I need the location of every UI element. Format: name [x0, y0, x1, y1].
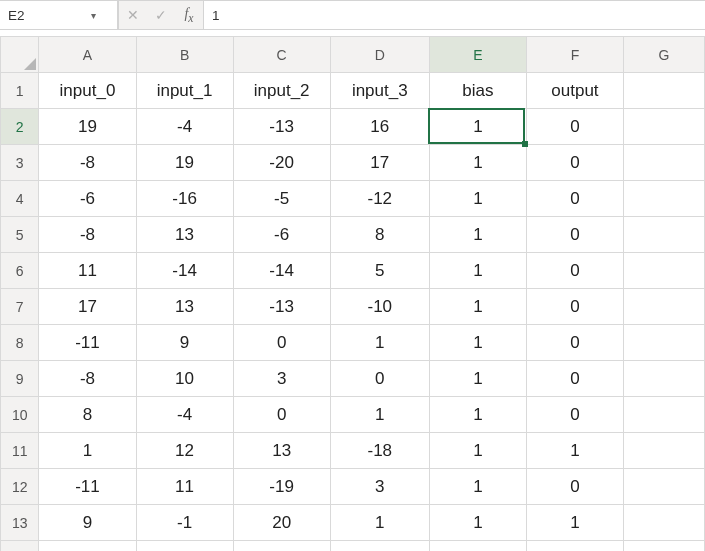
cell-A9[interactable]: -8 — [39, 361, 136, 397]
cell-C2[interactable]: -13 — [233, 109, 330, 145]
cell-B13[interactable]: -1 — [136, 505, 233, 541]
cell-G10[interactable] — [624, 397, 705, 433]
cell-A11[interactable]: 1 — [39, 433, 136, 469]
cell-G2[interactable] — [624, 109, 705, 145]
row-header-4[interactable]: 4 — [1, 181, 39, 217]
cell-D12[interactable]: 3 — [330, 469, 429, 505]
col-header-A[interactable]: A — [39, 37, 136, 73]
cell-G8[interactable] — [624, 325, 705, 361]
col-header-F[interactable]: F — [526, 37, 623, 73]
cell-B8[interactable]: 9 — [136, 325, 233, 361]
cell-B10[interactable]: -4 — [136, 397, 233, 433]
cell-G7[interactable] — [624, 289, 705, 325]
col-header-D[interactable]: D — [330, 37, 429, 73]
cell-C13[interactable]: 20 — [233, 505, 330, 541]
cell-E8[interactable]: 1 — [429, 325, 526, 361]
cell-D4[interactable]: -12 — [330, 181, 429, 217]
cell-E3[interactable]: 1 — [429, 145, 526, 181]
row-header-12[interactable]: 12 — [1, 469, 39, 505]
row-header-10[interactable]: 10 — [1, 397, 39, 433]
row-header-5[interactable]: 5 — [1, 217, 39, 253]
cell-G13[interactable] — [624, 505, 705, 541]
cell-A5[interactable]: -8 — [39, 217, 136, 253]
select-all-corner[interactable] — [1, 37, 39, 73]
cell-F6[interactable]: 0 — [526, 253, 623, 289]
cell-D2[interactable]: 16 — [330, 109, 429, 145]
cell-G14[interactable] — [624, 541, 705, 552]
col-header-G[interactable]: G — [624, 37, 705, 73]
col-header-E[interactable]: E — [429, 37, 526, 73]
enter-button[interactable]: ✓ — [147, 1, 175, 29]
cell-D8[interactable]: 1 — [330, 325, 429, 361]
formula-input[interactable] — [204, 1, 705, 29]
cell-F3[interactable]: 0 — [526, 145, 623, 181]
cell-F12[interactable]: 0 — [526, 469, 623, 505]
cell-F4[interactable]: 0 — [526, 181, 623, 217]
cell-E2[interactable]: 1 — [429, 109, 526, 145]
cell-A12[interactable]: -11 — [39, 469, 136, 505]
cell-B9[interactable]: 10 — [136, 361, 233, 397]
cell-G6[interactable] — [624, 253, 705, 289]
cell-B3[interactable]: 19 — [136, 145, 233, 181]
cell-C3[interactable]: -20 — [233, 145, 330, 181]
cell-F9[interactable]: 0 — [526, 361, 623, 397]
cell-C12[interactable]: -19 — [233, 469, 330, 505]
cell-F8[interactable]: 0 — [526, 325, 623, 361]
cell-B5[interactable]: 13 — [136, 217, 233, 253]
cell-E6[interactable]: 1 — [429, 253, 526, 289]
cell-B4[interactable]: -16 — [136, 181, 233, 217]
cell-D14[interactable]: 2 — [330, 541, 429, 552]
row-header-7[interactable]: 7 — [1, 289, 39, 325]
cell-A13[interactable]: 9 — [39, 505, 136, 541]
cell-E4[interactable]: 1 — [429, 181, 526, 217]
cell-A8[interactable]: -11 — [39, 325, 136, 361]
cell-G11[interactable] — [624, 433, 705, 469]
name-box-dropdown-icon[interactable]: ▾ — [86, 10, 100, 21]
cell-C8[interactable]: 0 — [233, 325, 330, 361]
cell-D1[interactable]: input_3 — [330, 73, 429, 109]
cell-D6[interactable]: 5 — [330, 253, 429, 289]
cell-G5[interactable] — [624, 217, 705, 253]
cell-F1[interactable]: output — [526, 73, 623, 109]
cell-A10[interactable]: 8 — [39, 397, 136, 433]
name-box[interactable]: ▾ — [0, 1, 118, 29]
cell-G9[interactable] — [624, 361, 705, 397]
col-header-B[interactable]: B — [136, 37, 233, 73]
cell-A4[interactable]: -6 — [39, 181, 136, 217]
cell-D10[interactable]: 1 — [330, 397, 429, 433]
cell-A14[interactable]: 3 — [39, 541, 136, 552]
cell-E12[interactable]: 1 — [429, 469, 526, 505]
row-header-9[interactable]: 9 — [1, 361, 39, 397]
cell-D7[interactable]: -10 — [330, 289, 429, 325]
cell-F5[interactable]: 0 — [526, 217, 623, 253]
cell-C10[interactable]: 0 — [233, 397, 330, 433]
row-header-8[interactable]: 8 — [1, 325, 39, 361]
fill-handle[interactable] — [522, 141, 528, 147]
cell-C11[interactable]: 13 — [233, 433, 330, 469]
row-header-11[interactable]: 11 — [1, 433, 39, 469]
cell-C6[interactable]: -14 — [233, 253, 330, 289]
cell-A3[interactable]: -8 — [39, 145, 136, 181]
cell-E11[interactable]: 1 — [429, 433, 526, 469]
cell-C4[interactable]: -5 — [233, 181, 330, 217]
cell-F14[interactable]: 1 — [526, 541, 623, 552]
cell-C7[interactable]: -13 — [233, 289, 330, 325]
row-header-1[interactable]: 1 — [1, 73, 39, 109]
cell-B6[interactable]: -14 — [136, 253, 233, 289]
cell-B12[interactable]: 11 — [136, 469, 233, 505]
cell-B7[interactable]: 13 — [136, 289, 233, 325]
cell-B1[interactable]: input_1 — [136, 73, 233, 109]
cell-A1[interactable]: input_0 — [39, 73, 136, 109]
cell-F13[interactable]: 1 — [526, 505, 623, 541]
row-header-13[interactable]: 13 — [1, 505, 39, 541]
cell-E7[interactable]: 1 — [429, 289, 526, 325]
cell-C5[interactable]: -6 — [233, 217, 330, 253]
cell-E14[interactable]: 1 — [429, 541, 526, 552]
cell-D9[interactable]: 0 — [330, 361, 429, 397]
cell-E13[interactable]: 1 — [429, 505, 526, 541]
cell-A7[interactable]: 17 — [39, 289, 136, 325]
cell-E5[interactable]: 1 — [429, 217, 526, 253]
cell-A2[interactable]: 19 — [39, 109, 136, 145]
name-box-input[interactable] — [6, 7, 86, 24]
col-header-C[interactable]: C — [233, 37, 330, 73]
